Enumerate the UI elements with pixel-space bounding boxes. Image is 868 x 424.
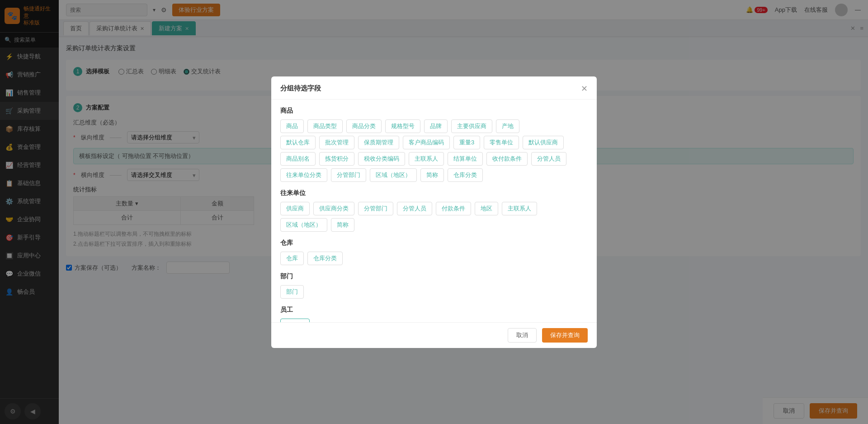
product-field-tags-4: 往来单位分类 分管部门 区域（地区） 简称 仓库分类 (280, 168, 588, 182)
modal-overlay[interactable]: 分组待选字段 ✕ 商品 商品 商品类型 商品分类 规格型号 品牌 主要供应商 产… (0, 0, 868, 424)
field-tag-pick-points[interactable]: 拣货积分 (319, 152, 354, 166)
field-tag-warehouse-category[interactable]: 仓库分类 (307, 252, 343, 265)
field-tag-abbr[interactable]: 简称 (420, 168, 444, 182)
field-tag-main-contact[interactable]: 主联系人 (409, 152, 444, 166)
product-field-tags: 商品 商品类型 商品分类 规格型号 品牌 主要供应商 产地 (280, 119, 588, 133)
field-tag-salesperson[interactable]: 业务员 (280, 319, 310, 322)
field-tag-weight[interactable]: 重量3 (453, 136, 480, 149)
field-tag-main-supplier[interactable]: 主要供应商 (451, 119, 492, 133)
field-tag-product-category[interactable]: 商品分类 (346, 119, 382, 133)
partner-field-tags: 供应商 供应商分类 分管部门 分管人员 付款条件 地区 主联系人 (280, 202, 588, 215)
modal-close-icon[interactable]: ✕ (581, 84, 588, 94)
field-tag-region[interactable]: 区域（地区） (370, 168, 417, 182)
field-tag-partner-region[interactable]: 区域（地区） (280, 218, 327, 232)
field-tag-warehouse[interactable]: 仓库 (280, 252, 304, 265)
section-title-product: 商品 (280, 107, 588, 115)
field-tag-payment-cond[interactable]: 付款条件 (436, 202, 471, 215)
field-tag-default-warehouse[interactable]: 默认仓库 (280, 136, 316, 149)
dept-field-tags: 部门 (280, 285, 588, 299)
field-tag-supplier-cat[interactable]: 供应商分类 (313, 202, 354, 215)
field-tag-default-supplier[interactable]: 默认供应商 (523, 136, 564, 149)
section-title-staff: 员工 (280, 306, 588, 314)
partner-field-tags-2: 区域（地区） 简称 (280, 218, 588, 232)
field-tag-payment-terms[interactable]: 收付款条件 (486, 152, 528, 166)
field-tag-area[interactable]: 地区 (475, 202, 498, 215)
field-tag-customer-code[interactable]: 客户商品编码 (403, 136, 450, 149)
field-tag-product[interactable]: 商品 (280, 119, 304, 133)
field-tag-partner-dept[interactable]: 分管部门 (358, 202, 393, 215)
field-select-modal: 分组待选字段 ✕ 商品 商品 商品类型 商品分类 规格型号 品牌 主要供应商 产… (271, 76, 597, 348)
field-tag-settlement-unit[interactable]: 结算单位 (448, 152, 483, 166)
modal-header: 分组待选字段 ✕ (271, 76, 597, 100)
warehouse-field-tags: 仓库 仓库分类 (280, 252, 588, 265)
field-tag-supervisor[interactable]: 分管人员 (531, 152, 566, 166)
field-tag-tax-code[interactable]: 税收分类编码 (358, 152, 405, 166)
field-tag-partner-contact[interactable]: 主联系人 (502, 202, 537, 215)
modal-title: 分组待选字段 (280, 84, 321, 93)
field-tag-department[interactable]: 部门 (280, 285, 304, 299)
field-tag-brand[interactable]: 品牌 (424, 119, 448, 133)
modal-save-button[interactable]: 保存并查询 (542, 328, 588, 343)
section-title-warehouse: 仓库 (280, 239, 588, 247)
field-tag-spec[interactable]: 规格型号 (385, 119, 420, 133)
modal-body: 商品 商品 商品类型 商品分类 规格型号 品牌 主要供应商 产地 默认仓库 批次… (271, 100, 597, 322)
field-tag-partner-person[interactable]: 分管人员 (397, 202, 432, 215)
product-field-tags-2: 默认仓库 批次管理 保质期管理 客户商品编码 重量3 零售单位 默认供应商 (280, 136, 588, 149)
field-tag-dept[interactable]: 分管部门 (331, 168, 366, 182)
modal-footer: 取消 保存并查询 (271, 322, 597, 348)
field-tag-warehouse-cat[interactable]: 仓库分类 (448, 168, 483, 182)
field-tag-shelf-life[interactable]: 保质期管理 (358, 136, 399, 149)
field-tag-retail-unit[interactable]: 零售单位 (484, 136, 519, 149)
staff-field-tags: 业务员 (280, 319, 588, 322)
modal-cancel-button[interactable]: 取消 (508, 328, 537, 343)
section-title-dept: 部门 (280, 272, 588, 281)
section-title-partner: 往来单位 (280, 189, 588, 197)
field-tag-partner-abbr[interactable]: 简称 (331, 218, 354, 232)
field-tag-partner-category[interactable]: 往来单位分类 (280, 168, 327, 182)
field-tag-product-type[interactable]: 商品类型 (307, 119, 343, 133)
field-tag-batch[interactable]: 批次管理 (319, 136, 354, 149)
field-tag-alias[interactable]: 商品别名 (280, 152, 316, 166)
field-tag-origin[interactable]: 产地 (496, 119, 519, 133)
field-tag-supplier[interactable]: 供应商 (280, 202, 310, 215)
product-field-tags-3: 商品别名 拣货积分 税收分类编码 主联系人 结算单位 收付款条件 分管人员 (280, 152, 588, 166)
